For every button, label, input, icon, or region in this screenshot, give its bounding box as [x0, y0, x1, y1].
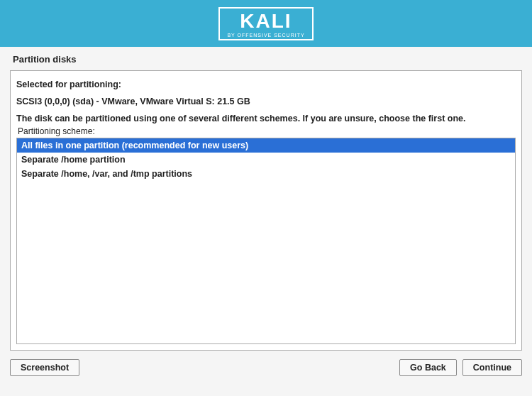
option-separate-home-var-tmp[interactable]: Separate /home, /var, and /tmp partition…	[17, 167, 515, 181]
option-separate-home[interactable]: Separate /home partition	[17, 153, 515, 167]
page-title: Partition disks	[0, 47, 532, 70]
continue-button[interactable]: Continue	[462, 359, 522, 376]
content-panel: Selected for partitioning: SCSI3 (0,0,0)…	[10, 70, 522, 351]
go-back-button[interactable]: Go Back	[399, 359, 457, 376]
disk-info: SCSI3 (0,0,0) (sda) - VMware, VMware Vir…	[16, 97, 516, 106]
header-banner: KALI BY OFFENSIVE SECURITY	[0, 0, 532, 47]
option-all-files-one-partition[interactable]: All files in one partition (recommended …	[17, 138, 515, 153]
logo-tagline: BY OFFENSIVE SECURITY	[227, 33, 304, 38]
logo-text: KALI	[227, 11, 304, 31]
kali-logo: KALI BY OFFENSIVE SECURITY	[218, 7, 313, 40]
footer-bar: Screenshot Go Back Continue	[0, 351, 532, 385]
selected-for-partitioning-label: Selected for partitioning:	[16, 79, 516, 89]
screenshot-button[interactable]: Screenshot	[10, 359, 79, 376]
partitioning-scheme-list[interactable]: All files in one partition (recommended …	[16, 138, 516, 344]
instruction-text: The disk can be partitioned using one of…	[16, 114, 516, 123]
partitioning-scheme-label: Partitioning scheme:	[16, 126, 516, 136]
